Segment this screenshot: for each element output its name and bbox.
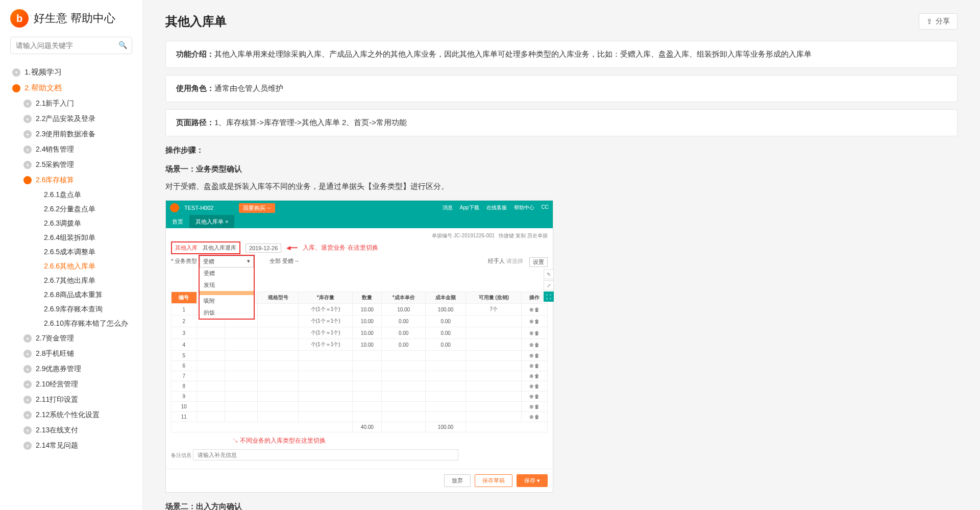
nav-item-2-6-3[interactable]: 2.6.3调拨单 <box>44 216 132 231</box>
nav-label: 2.1新手入门 <box>36 99 74 108</box>
nav-item-2-6-8[interactable]: 2.6.8商品成本重算 <box>44 288 132 302</box>
tool-icon-1[interactable]: ✎ <box>544 269 554 279</box>
dd-opt-3[interactable] <box>200 291 254 295</box>
user-avatar[interactable]: CC <box>542 204 549 211</box>
top-menu: 消息 App下载 在线客服 帮助中心 CC <box>443 204 549 211</box>
th-price: *成本单价 <box>382 292 425 304</box>
brand-logo-icon: b <box>10 9 29 28</box>
nav-item-2-2[interactable]: +2.2产品安装及登录 <box>21 111 132 127</box>
nav-item-2-6[interactable]: –2.6库存核算 <box>21 173 132 188</box>
settings-button[interactable]: 设置 <box>529 257 548 267</box>
date-picker[interactable]: 2019-12-26 <box>246 244 281 253</box>
tool-icon-3[interactable]: ⛶ <box>544 292 554 302</box>
table-row[interactable]: 11⊕ 🗑 <box>172 412 548 422</box>
buy-button[interactable]: 我要购买→ <box>239 203 275 213</box>
nav-label: 2.6.3调拨单 <box>44 219 81 228</box>
menu-msg[interactable]: 消息 <box>443 204 453 211</box>
nav-item-2-6-2[interactable]: 2.6.2分量盘点单 <box>44 202 132 216</box>
handler-select[interactable]: 请选择 <box>506 258 523 264</box>
dd-opt-4[interactable]: 吸附 <box>200 295 254 307</box>
search-icon[interactable]: 🔍 <box>118 41 127 49</box>
brand: b 好生意 帮助中心 <box>10 9 132 28</box>
share-button[interactable]: ⇪分享 <box>919 13 958 30</box>
table-row[interactable]: 10⊕ 🗑 <box>172 402 548 412</box>
tool-shortcut[interactable]: 快捷键 <box>499 233 514 238</box>
scene1-text: 对于受赠、盘盈或是拆装入库等不同的业务，是通过单据头【业务类型】进行区分。 <box>165 179 958 193</box>
brand-title: 好生意 帮助中心 <box>34 11 115 26</box>
nav-label: 2.5采购管理 <box>36 160 74 169</box>
nav-sub-2-6: 2.6.1盘点单 2.6.2分量盘点单 2.6.3调拨单 2.6.4组装拆卸单 … <box>21 188 132 331</box>
nav-item-2-13[interactable]: +2.13在线支付 <box>21 423 132 438</box>
nav-item-2-6-6[interactable]: 2.6.6其他入库单 <box>44 259 132 274</box>
nav-item-2-14[interactable]: +2.14常见问题 <box>21 438 132 453</box>
nav-label: 2.12系统个性化设置 <box>36 410 100 420</box>
plus-icon: + <box>23 350 32 358</box>
share-icon: ⇪ <box>926 17 933 26</box>
nav-section-video[interactable]: +1.视频学习 <box>10 64 132 80</box>
bill-type-radio[interactable]: 其他入库 其他入库退库 <box>171 241 240 254</box>
tab-home[interactable]: 首页 <box>166 215 189 228</box>
nav-item-2-1[interactable]: +2.1新手入门 <box>21 96 132 111</box>
table-row[interactable]: 8⊕ 🗑 <box>172 381 548 392</box>
nav-item-2-9[interactable]: +2.9优惠券管理 <box>21 361 132 377</box>
nav-label: 2.6.8商品成本重算 <box>44 290 103 300</box>
nav-item-2-6-10[interactable]: 2.6.10库存账本错了怎么办 <box>44 317 132 331</box>
table-row[interactable]: 4个(1个＝1个)10.000.000.00⊕ 🗑 <box>172 339 548 351</box>
table-row[interactable]: 3个(1个＝1个)10.000.000.00⊕ 🗑 <box>172 327 548 339</box>
tool-history[interactable]: 历史单据 <box>527 233 548 238</box>
nav-label: 1.视频学习 <box>24 67 62 77</box>
biztype-dropdown[interactable]: 受赠▾ 受赠 发现 吸附 的饭 <box>199 255 255 320</box>
nav-item-2-7[interactable]: +2.7资金管理 <box>21 331 132 346</box>
cancel-button[interactable]: 放弃 <box>444 474 471 487</box>
nav-item-2-6-7[interactable]: 2.6.7其他出库单 <box>44 274 132 288</box>
save-button[interactable]: 保存 ▾ <box>517 474 548 487</box>
remark-label: 备注信息 <box>171 452 191 458</box>
nav-item-2-4[interactable]: +2.4销售管理 <box>21 142 132 157</box>
tool-icon-2[interactable]: ⤢ <box>544 280 554 290</box>
nav-label: 2.8手机旺铺 <box>36 349 74 358</box>
menu-help[interactable]: 帮助中心 <box>514 204 534 211</box>
plus-icon: + <box>23 365 32 373</box>
table-row[interactable]: 7⊕ 🗑 <box>172 371 548 381</box>
search-input[interactable] <box>10 37 132 54</box>
radio-return[interactable]: 其他入库退库 <box>203 244 236 252</box>
table-row[interactable]: 6⊕ 🗑 <box>172 361 548 371</box>
dd-opt-5[interactable]: 的饭 <box>200 307 254 319</box>
save-draft-button[interactable]: 保存草稿 <box>475 474 512 487</box>
info-role: 使用角色：通常由仓管人员维护 <box>165 75 958 102</box>
table-row[interactable]: 9⊕ 🗑 <box>172 392 548 402</box>
radio-in[interactable]: 其他入库 <box>175 244 198 252</box>
role-label: 使用角色： <box>176 84 214 92</box>
nav-sub-helpdoc: +2.1新手入门 +2.2产品安装及登录 +2.3使用前数据准备 +2.4销售管… <box>10 96 132 453</box>
plus-icon: + <box>23 161 32 169</box>
tool-copy[interactable]: 复制 <box>516 233 526 238</box>
nav-label: 2.7资金管理 <box>36 334 74 343</box>
nav-item-2-3[interactable]: +2.3使用前数据准备 <box>21 127 132 142</box>
nav-section-helpdoc[interactable]: –2.帮助文档 <box>10 80 132 96</box>
table-row[interactable]: 5⊕ 🗑 <box>172 351 548 361</box>
nav-label: 2.10经营管理 <box>36 380 78 389</box>
nav-item-2-6-5[interactable]: 2.6.5成本调整单 <box>44 245 132 259</box>
remark-input[interactable] <box>193 449 458 460</box>
sum-qty: 40.00 <box>353 422 382 432</box>
dd-opt-1[interactable]: 受赠 <box>200 268 254 279</box>
nav-item-2-5[interactable]: +2.5采购管理 <box>21 157 132 173</box>
biztype-label: * 业务类型 <box>171 257 197 267</box>
nav-item-2-11[interactable]: +2.11打印设置 <box>21 392 132 407</box>
nav-item-2-6-1[interactable]: 2.6.1盘点单 <box>44 188 132 202</box>
nav-item-2-10[interactable]: +2.10经营管理 <box>21 377 132 392</box>
dd-opt-2[interactable]: 发现 <box>200 279 254 291</box>
nav-label: 2.3使用前数据准备 <box>36 130 95 139</box>
tab-other-in[interactable]: 其他入库单 × <box>189 215 234 228</box>
filter-gift[interactable]: 受赠→ <box>282 258 299 264</box>
filter-all[interactable]: 全部 <box>270 258 281 264</box>
nav-item-2-8[interactable]: +2.8手机旺铺 <box>21 346 132 361</box>
nav-label: 2.6.7其他出库单 <box>44 276 95 285</box>
nav-item-2-6-9[interactable]: 2.6.9库存账本查询 <box>44 302 132 317</box>
plus-icon: + <box>23 334 32 343</box>
menu-service[interactable]: 在线客服 <box>486 204 507 211</box>
nav-item-2-12[interactable]: +2.12系统个性化设置 <box>21 407 132 423</box>
menu-app[interactable]: App下载 <box>460 204 479 211</box>
nav-item-2-6-4[interactable]: 2.6.4组装拆卸单 <box>44 231 132 245</box>
minus-icon: – <box>12 84 20 92</box>
